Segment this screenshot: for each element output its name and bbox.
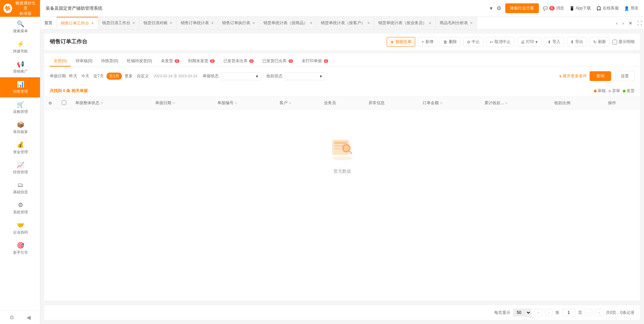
next-page-btn[interactable]: ›	[585, 309, 592, 316]
tab-cash-daily[interactable]: 钱货日清工作台 ✕	[98, 17, 139, 30]
refresh-btn[interactable]: ↻ 刷新	[590, 37, 610, 47]
col-date-sort[interactable]: 单据日期 ⇅	[155, 100, 209, 106]
tab-sales-stats-customer[interactable]: 销货单统计表（按客户） ✕	[317, 17, 374, 30]
sidebar-item-guide[interactable]: 🎯 新手引导	[0, 238, 40, 258]
select-all-checkbox[interactable]	[62, 100, 66, 105]
experience-btn[interactable]: 体验行业方案	[505, 3, 539, 13]
col-customer-sort[interactable]: 客户 ⇅	[280, 100, 315, 106]
basic-icon: 🗂	[17, 181, 24, 189]
new-btn[interactable]: + 新增	[418, 37, 437, 47]
tab-sales-order-stats[interactable]: 销售订单统计表 ✕	[177, 17, 218, 30]
tab-fullscreen-btn[interactable]: ⛶	[635, 19, 644, 27]
delete-btn[interactable]: 🗑 删除	[440, 37, 461, 47]
tab-sales-order-workbench[interactable]: 销售订单工作台 ✕	[57, 17, 98, 30]
tab-close-all-btn[interactable]: ✕	[627, 19, 635, 27]
smart-create-btn[interactable]: ★ 智能生单	[387, 37, 415, 47]
tab-close-icon[interactable]: ✕	[367, 21, 370, 25]
tab-product-margin[interactable]: 商品毛利分析表 ✕	[436, 17, 477, 30]
table-container: ⚙ 单据整体状态 ⇅	[44, 97, 640, 301]
sub-tab-wangpu[interactable]: 旺铺待发货(0)	[123, 56, 156, 67]
message-icon: 💬	[543, 6, 548, 11]
ship-action-btn[interactable]: 发货	[623, 88, 635, 94]
sidebar-item-quick-nav[interactable]: ⚡ 快捷导航	[0, 37, 40, 57]
sub-tab-pending-review[interactable]: 待审核(0)	[72, 56, 97, 67]
col-amount-sort[interactable]: 订单金额 ⇅	[423, 100, 477, 106]
prev-page-btn[interactable]: ‹	[545, 309, 553, 316]
stop-btn[interactable]: ⊘ 中止	[463, 37, 483, 47]
sidebar-item-basic[interactable]: 🗂 基础信息	[0, 178, 40, 198]
sidebar-item-sales[interactable]: 📊 销售管理	[0, 77, 40, 97]
shortcut-more[interactable]: 更多	[123, 73, 134, 80]
shortcut-recent7[interactable]: 近7天	[92, 73, 105, 80]
shortcut-custom[interactable]: 自定义	[135, 73, 150, 80]
review-action-btn[interactable]: 审核	[594, 88, 606, 94]
col-number-sort[interactable]: 单据编号 ⇅	[217, 100, 271, 106]
tab-sales-order-execute[interactable]: 销售订单执行表 ✕	[218, 17, 259, 30]
cancel-review-action-btn[interactable]: 弃审	[608, 88, 620, 94]
expand-more-btn[interactable]: ▾ 展开更多条件	[559, 73, 587, 79]
col-abnormal-sort[interactable]: 异常信息	[369, 100, 414, 106]
tab-close-icon[interactable]: ✕	[170, 21, 172, 25]
col-staff-sort[interactable]: 业务员	[324, 100, 361, 106]
tab-close-icon[interactable]: ✕	[252, 21, 255, 25]
tab-close-icon[interactable]: ✕	[310, 21, 312, 25]
tab-prev-btn[interactable]: ‹	[614, 19, 620, 27]
status-select[interactable]: ▾	[221, 72, 261, 80]
sidebar-item-enterprise[interactable]: 🤝 企业协同	[0, 218, 40, 238]
message-btn[interactable]: 💬 6 消息	[543, 5, 564, 11]
set-btn[interactable]: 设置	[615, 71, 635, 81]
sidebar-collapse-button[interactable]: ◀	[27, 314, 31, 321]
page-input[interactable]	[562, 309, 575, 316]
app-download-btn[interactable]: 📱 App下载	[569, 5, 591, 11]
tab-close-icon[interactable]: ✕	[91, 22, 94, 25]
purchase-icon: 🛒	[17, 101, 24, 108]
last-page-btn[interactable]: »	[595, 309, 603, 316]
show-detail-label: 显示明细	[612, 39, 635, 45]
sub-tab-pending-inspect[interactable]: 待拣货(0)	[97, 56, 122, 67]
sub-tab-overdue[interactable]: 到期未发货 0	[184, 56, 219, 67]
import-btn[interactable]: ⬇ 导入	[544, 37, 564, 47]
cancel-stop-btn[interactable]: ↩ 取消中止	[486, 37, 514, 47]
horizontal-scrollbar[interactable]	[44, 301, 640, 305]
payment-select[interactable]: ▾	[285, 72, 325, 80]
sidebar-item-finance[interactable]: 💰 资金管理	[0, 138, 40, 158]
tab-cash-reconcile[interactable]: 钱货日清对账 ✕	[139, 17, 177, 30]
sub-tab-all[interactable]: 全部(0)	[50, 56, 71, 67]
tab-close-icon[interactable]: ✕	[132, 21, 135, 25]
show-detail-checkbox[interactable]	[612, 40, 617, 44]
tab-close-icon[interactable]: ✕	[470, 21, 473, 25]
sidebar-item-marketing[interactable]: 📢 营销推广	[0, 57, 40, 77]
sub-tab-shipped-out[interactable]: 已发货已出库 0	[258, 56, 297, 67]
tab-close-icon[interactable]: ✕	[429, 21, 431, 25]
sidebar-settings-button[interactable]: ⚙	[9, 314, 14, 321]
header-settings-icon[interactable]: ▾	[490, 5, 492, 11]
tab-sales-stats-staff[interactable]: 销货单统计表（按业务员） ✕	[374, 17, 436, 30]
col-status-sort[interactable]: 单据整体状态 ⇅	[75, 100, 147, 106]
sub-tab-shipped-not-out[interactable]: 已发货未出库 0	[219, 56, 258, 67]
tab-home[interactable]: 首页	[40, 17, 57, 30]
shortcut-yesterday[interactable]: 昨天	[68, 73, 79, 80]
sub-tab-not-printed[interactable]: 未打印单据 0	[298, 56, 332, 67]
col-received-sort[interactable]: 累计收款... ⇅	[484, 100, 546, 106]
sidebar-item-system[interactable]: ⚙ 系统管理	[0, 198, 40, 218]
sidebar-item-inventory[interactable]: 📦 库存核算	[0, 118, 40, 138]
sidebar-item-label: 搜索菜单	[13, 29, 28, 34]
sidebar-item-search[interactable]: 🔍 搜索菜单	[0, 17, 40, 37]
print-btn[interactable]: 🖨 打印 ▾	[517, 37, 541, 47]
sidebar-item-purchase[interactable]: 🛒 采购管理	[0, 97, 40, 118]
user-btn[interactable]: 👤 用友	[624, 5, 639, 11]
sub-tab-not-shipped[interactable]: 未发货 0	[157, 56, 183, 67]
header-gear-icon[interactable]: ⚙	[497, 5, 501, 11]
sidebar-item-operation[interactable]: 📈 经营管理	[0, 158, 40, 178]
shortcut-recent1month[interactable]: 近1月	[106, 73, 122, 80]
query-btn[interactable]: 查询	[590, 71, 611, 81]
export-btn[interactable]: ⬆ 导出	[567, 37, 587, 47]
first-page-btn[interactable]: «	[534, 309, 543, 316]
online-service-btn[interactable]: 🎧 在线客服	[596, 5, 619, 11]
tab-next-btn[interactable]: ›	[620, 19, 626, 27]
tab-sales-stats-product[interactable]: 销货单统计表（按商品） ✕	[259, 17, 317, 30]
tab-close-icon[interactable]: ✕	[211, 21, 214, 25]
shortcut-today[interactable]: 今天	[80, 73, 91, 80]
page-size-select[interactable]: 50 10 20 100	[513, 309, 531, 317]
settings-col-icon[interactable]: ⚙	[48, 101, 52, 106]
